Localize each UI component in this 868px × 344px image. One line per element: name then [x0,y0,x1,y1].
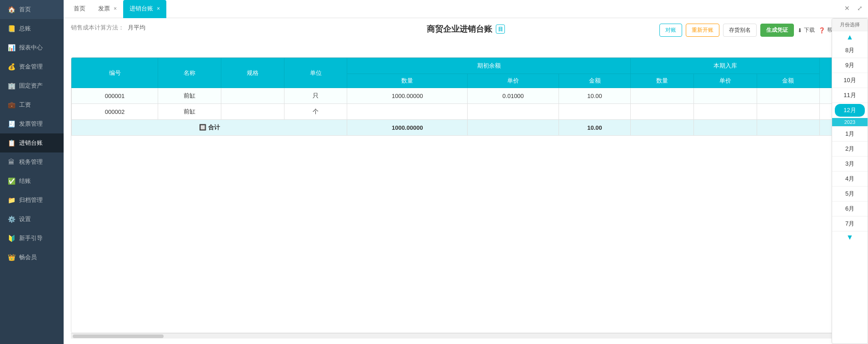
reopen-button[interactable]: 重新开账 [686,24,719,37]
cell-ci-amount [757,88,820,104]
month-item-9[interactable]: 9月 [832,58,868,73]
month-item-4[interactable]: 4月 [832,172,868,187]
month-item-3[interactable]: 3月 [832,157,868,172]
main-area: 首页 发票 × 进销台账 × 销售成本计算方法： 月平均 商贸企业进销台账 目 … [64,0,868,344]
horizontal-scrollbar[interactable] [71,333,861,339]
cell-ob-qty: 1000.00000 [347,88,468,104]
total-ob-unit-price [468,120,559,136]
sidebar-item-label: 设置 [19,215,31,223]
sidebar-item-label: 税务管理 [19,158,43,166]
month-item-11[interactable]: 11月 [832,88,868,103]
sidebar-item-home[interactable]: 🏠 首页 [0,0,64,19]
sidebar-item-label: 发票管理 [19,120,43,128]
cell-unit: 只 [284,88,347,104]
tab-invoice-close[interactable]: × [114,5,117,12]
total-ci-unit-price [693,120,757,136]
tab-inventory-close[interactable]: × [157,5,160,12]
help-icon: ❓ [818,27,825,34]
sidebar-item-label: 总账 [19,25,31,33]
sidebar-item-payroll[interactable]: 💼 工资 [0,95,64,114]
page-title-area: 商贸企业进销台账 目 [427,24,505,34]
inventory-table: 编号 名称 规格 单位 期初余额 本期入库 数量 单价 金额 数量 单价 [71,58,860,136]
month-nav-up[interactable]: ▲ [832,31,868,43]
generate-voucher-button[interactable]: 生成凭证 [760,24,794,37]
sidebar-item-fixed-assets[interactable]: 🏢 固定资产 [0,76,64,95]
tab-inventory[interactable]: 进销台账 × [123,0,166,18]
cell-unit: 个 [284,104,347,120]
sidebar-item-label: 新手引导 [19,234,43,242]
table-row[interactable]: 000001 前缸 只 1000.00000 0.01000 10.00 [72,88,860,104]
settings-icon: ⚙️ [7,216,15,223]
cell-spec [221,88,284,104]
guide-icon: 🔰 [7,235,15,242]
sidebar-item-inventory[interactable]: 📋 进销台账 [0,133,64,152]
close-button[interactable]: ✕ [843,4,852,13]
sidebar-item-label: 结账 [19,177,31,185]
month-picker-title: 月份选择 [832,19,868,31]
cell-ci-unit-price [693,88,757,104]
sidebar-item-label: 畅会员 [19,253,37,261]
col-unit: 单位 [284,58,347,88]
sidebar-item-reports[interactable]: 📊 报表中心 [0,38,64,57]
sidebar-item-guide[interactable]: 🔰 新手引导 [0,229,64,248]
month-nav-down[interactable]: ▼ [832,231,868,243]
data-table-wrapper[interactable]: 编号 名称 规格 单位 期初余额 本期入库 数量 单价 金额 数量 单价 [71,57,861,333]
toolbar: 对账 重新开账 存货别名 生成凭证 ⬇ 下载 ❓ 帮助 ↻ 刷新 [659,24,859,37]
month-item-12[interactable]: 12月 [835,104,865,117]
cell-ob-amount: 10.00 [559,88,630,104]
tab-home[interactable]: 首页 [67,0,92,18]
cost-method-label: 销售成本计算方法： [71,24,124,32]
sidebar-item-settlement[interactable]: ✅ 结账 [0,172,64,191]
sidebar-item-label: 报表中心 [19,44,43,52]
col-spec: 规格 [221,58,284,88]
settlement-icon: ✅ [7,177,15,185]
month-item-5[interactable]: 5月 [832,187,868,201]
cost-method-value: 月平均 [128,24,145,32]
sidebar-item-vip[interactable]: 👑 畅会员 [0,248,64,267]
title-info-icon[interactable]: 目 [496,25,505,34]
sidebar-item-tax[interactable]: 🏛 税务管理 [0,152,64,172]
sidebar-item-archive[interactable]: 📁 归档管理 [0,191,64,210]
total-ob-amount: 10.00 [559,120,630,136]
cell-ci-qty [631,88,694,104]
cell-number: 000002 [72,104,158,120]
sidebar-item-settings[interactable]: ⚙️ 设置 [0,210,64,229]
sidebar-item-label: 固定资产 [19,82,43,90]
maximize-button[interactable]: ⤢ [855,4,864,13]
ledger-icon: 📒 [7,25,15,32]
archive-icon: 📁 [7,197,15,204]
tab-home-label: 首页 [74,5,85,13]
tax-icon: 🏛 [7,158,15,166]
cell-ci-amount [757,104,820,120]
page-title: 商贸企业进销台账 [427,24,492,34]
total-label: 🔲合计 [72,120,347,136]
tab-invoice[interactable]: 发票 × [92,0,123,18]
cell-name: 前缸 [158,104,221,120]
col-name: 名称 [158,58,221,88]
month-item-1[interactable]: 1月 [832,127,868,142]
scroll-thumb[interactable] [73,334,164,338]
month-item-10[interactable]: 10月 [832,73,868,88]
content-area: 销售成本计算方法： 月平均 商贸企业进销台账 目 对账 重新开账 存货别名 生成… [64,18,868,344]
sidebar-item-label: 首页 [19,5,31,14]
invoice-icon: 🧾 [7,120,15,128]
month-item-2[interactable]: 2月 [832,142,868,157]
total-ci-amount [757,120,820,136]
save-alias-button[interactable]: 存货别名 [723,24,757,37]
cell-number: 000001 [72,88,158,104]
table-row[interactable]: 000002 前缸 个 [72,104,860,120]
sidebar-item-invoice-mgmt[interactable]: 🧾 发票管理 [0,114,64,133]
col-number: 编号 [72,58,158,88]
month-item-6[interactable]: 6月 [832,201,868,216]
sidebar-item-label: 资金管理 [19,63,43,71]
col-ci-unit-price: 单价 [693,74,757,88]
month-item-8[interactable]: 8月 [832,43,868,58]
home-icon: 🏠 [7,6,15,13]
download-button[interactable]: ⬇ 下载 [798,26,815,34]
month-item-7[interactable]: 7月 [832,216,868,231]
sidebar-item-funds[interactable]: 💰 资金管理 [0,57,64,76]
sidebar-item-label: 归档管理 [19,196,43,204]
sidebar-item-label: 工资 [19,101,31,109]
sidebar-item-general-ledger[interactable]: 📒 总账 [0,19,64,38]
reconcile-button[interactable]: 对账 [659,24,682,37]
